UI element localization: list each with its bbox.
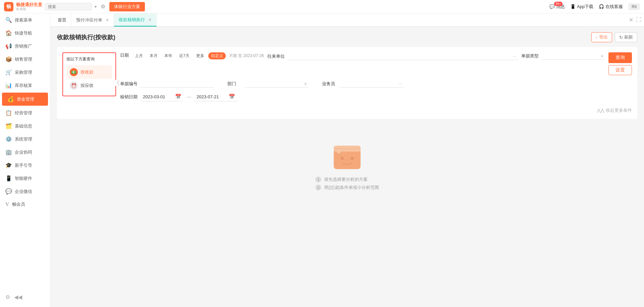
main-area: 首页 预付冲应付单 ✕ 收款核销执行 ✕ ✕ ⛶ 收款核销执行(按收款) xyxy=(50,13,644,307)
sidebar-item-hardware[interactable]: 📱 智能硬件 xyxy=(0,172,50,185)
empty-hint-2: 2 用[过滤]条件来缩小分析范围 xyxy=(315,185,379,191)
tabbar-expand-button[interactable]: ⛶ xyxy=(636,17,641,23)
date-this-month-btn[interactable]: 本月 xyxy=(147,52,160,59)
online-service-button[interactable]: 🎧 在线客服 xyxy=(599,4,623,10)
topbar-dropdown-arrow[interactable]: ▾ xyxy=(95,4,97,9)
tabbar-close-all-button[interactable]: ✕ xyxy=(629,17,633,23)
sidebar-item-guide[interactable]: 🎓 新手引导 xyxy=(0,159,50,172)
verify-date-end-field: 📅 xyxy=(195,92,237,101)
download-icon: 📱 xyxy=(570,4,576,9)
collapse-more-button[interactable]: ⋀⋀ 收起更多条件 xyxy=(597,107,632,113)
page-header: 收款核销执行(按收款) ↑ 导出 ↻ 刷新 xyxy=(57,32,637,42)
order-type-field: 单据类型 ∨ xyxy=(521,52,605,60)
empty-hint-1: 1 请先选择要分析的方案 xyxy=(315,176,379,183)
sidebar-item-finance[interactable]: 💰 资金管理 xyxy=(2,93,48,106)
date-custom-badge[interactable]: 自定义 xyxy=(208,52,226,59)
industry-solution-button[interactable]: 体验行业方案 xyxy=(109,2,145,11)
date-range-text: 不限 至 2023-07-26 xyxy=(229,53,264,59)
settings-button[interactable]: 设置 xyxy=(608,65,632,75)
sidebar-item-search[interactable]: 🔍 搜索菜单 xyxy=(0,13,50,27)
sidebar-bottom: ⚙ ◀◀ xyxy=(0,291,50,304)
counterpart-field: 往来单位 ··· xyxy=(267,52,518,60)
receivable-icon: ⏰ xyxy=(70,82,78,90)
tab-home[interactable]: 首页 xyxy=(53,13,71,27)
query-buttons: 查询 设置 xyxy=(608,52,632,75)
panel-collapse-arrow[interactable]: 《 xyxy=(113,80,120,86)
staff-input[interactable] xyxy=(341,81,397,86)
query-panel-wrapper: 按以下方案查询 💵 按收款 ⏰ 按应收 《 xyxy=(62,52,116,113)
sidebar-item-purchase[interactable]: 🛒 采购管理 xyxy=(0,66,50,79)
empty-state: 1 请先选择要分析的方案 2 用[过滤]条件来缩小分析范围 xyxy=(57,119,637,211)
order-type-chevron[interactable]: ∨ xyxy=(600,53,604,58)
query-option-by-collect[interactable]: 💵 按收款 xyxy=(66,65,112,79)
tab-collect[interactable]: 收款核销执行 ✕ xyxy=(114,13,157,27)
message-button[interactable]: 💬 消息 99+ xyxy=(549,4,565,10)
verify-date-end-calendar[interactable]: 📅 xyxy=(229,94,235,100)
query-button[interactable]: 查询 xyxy=(608,52,632,63)
brand-name: 畅捷通好生意 xyxy=(16,2,42,7)
sidebar-settings-icon[interactable]: ⚙ xyxy=(5,294,10,300)
sidebar-item-operation[interactable]: 📋 经营管理 xyxy=(0,106,50,119)
topbar-search-input[interactable] xyxy=(45,3,92,10)
sidebar-item-inventory[interactable]: 📊 库存核算 xyxy=(0,79,50,92)
dept-chevron[interactable]: ∨ xyxy=(304,81,307,86)
empty-illustration xyxy=(327,139,367,172)
sidebar: 🔍 搜索菜单 🏠 快捷导航 📢 营销推广 📦 销售管理 🛒 采购管理 📊 库存核… xyxy=(0,13,50,307)
order-num-field: 单据编号 xyxy=(120,80,214,88)
sidebar-item-wechat[interactable]: 💬 企业微信 xyxy=(0,185,50,198)
order-type-label: 单据类型 xyxy=(521,53,539,59)
member-icon: V xyxy=(5,201,9,207)
hardware-icon: 📱 xyxy=(5,175,12,182)
sidebar-item-base[interactable]: 🗂️ 基础信息 xyxy=(0,119,50,133)
enterprise-icon: 🏢 xyxy=(5,149,12,155)
purchase-icon: 🛒 xyxy=(5,69,12,75)
export-icon: ↑ xyxy=(596,35,598,40)
tab-collect-close[interactable]: ✕ xyxy=(148,17,152,22)
app-logo: 畅 xyxy=(4,2,13,11)
date-filter-row: 日期 上月 本月 本年 近7天 更多 自定义 不限 至 2023-07-26 xyxy=(120,52,632,75)
topbar: 畅 畅捷通好生意 标准版 ▾ ⚙ 体验行业方案 💬 消息 99+ 📱 App下载… xyxy=(0,0,644,13)
sidebar-item-marketing[interactable]: 📢 营销推广 xyxy=(0,40,50,53)
staff-dots[interactable]: ··· xyxy=(398,81,402,86)
date-more-btn[interactable]: 更多 xyxy=(194,52,207,59)
date-separator: — xyxy=(187,94,191,99)
verify-date-start-calendar[interactable]: 📅 xyxy=(175,94,181,100)
tab-prepay-close[interactable]: ✕ xyxy=(106,18,109,22)
app-download-button[interactable]: 📱 App下载 xyxy=(570,4,593,10)
refresh-button[interactable]: ↻ 刷新 xyxy=(615,32,637,42)
topbar-gear-icon[interactable]: ⚙ xyxy=(101,3,105,10)
dept-field: 部门 ∨ xyxy=(227,80,309,88)
collapse-more-area: ⋀⋀ 收起更多条件 xyxy=(120,107,632,113)
sales-icon: 📦 xyxy=(5,56,12,62)
date-last-7days-btn[interactable]: 近7天 xyxy=(176,52,192,59)
counterpart-dots[interactable]: ··· xyxy=(513,53,517,59)
order-num-input[interactable] xyxy=(142,81,213,86)
tabbar-actions: ✕ ⛶ xyxy=(629,17,641,23)
dept-input[interactable] xyxy=(246,81,303,86)
refresh-icon: ↻ xyxy=(619,35,623,40)
sidebar-item-enterprise[interactable]: 🏢 企业协同 xyxy=(0,146,50,159)
sidebar-item-sales[interactable]: 📦 销售管理 xyxy=(0,53,50,66)
sidebar-item-system[interactable]: ⚙️ 系统管理 xyxy=(0,133,50,146)
export-button[interactable]: ↑ 导出 xyxy=(591,32,612,42)
search-icon: 🔍 xyxy=(5,17,12,23)
sidebar-item-shortcut[interactable]: 🏠 快捷导航 xyxy=(0,27,50,40)
verify-date-end-input[interactable] xyxy=(197,94,227,99)
counterpart-label: 往来单位 xyxy=(267,53,285,59)
date-quick-buttons: 上月 本月 本年 近7天 更多 自定义 不限 至 2023-07-26 xyxy=(132,52,264,59)
date-this-year-btn[interactable]: 本年 xyxy=(162,52,175,59)
sidebar-item-member[interactable]: V 畅会员 xyxy=(0,198,50,211)
verify-date-row: 核销日期 📅 — 📅 xyxy=(120,92,632,101)
counterpart-input[interactable] xyxy=(289,54,512,59)
date-last-month-btn[interactable]: 上月 xyxy=(132,52,146,59)
tab-prepay[interactable]: 预付冲应付单 ✕ xyxy=(71,13,114,27)
user-avatar[interactable]: Rit xyxy=(628,3,640,10)
sidebar-collapse-icon[interactable]: ◀◀ xyxy=(14,294,22,300)
staff-field: 业务员 ··· xyxy=(322,80,404,88)
order-type-input[interactable] xyxy=(543,53,599,58)
collect-icon: 💵 xyxy=(70,68,78,76)
query-option-by-receivable[interactable]: ⏰ 按应收 xyxy=(66,79,112,92)
verify-date-start-input[interactable] xyxy=(143,94,173,99)
topbar-right: 💬 消息 99+ 📱 App下载 🎧 在线客服 Rit xyxy=(549,3,640,10)
page-actions: ↑ 导出 ↻ 刷新 xyxy=(591,32,638,42)
